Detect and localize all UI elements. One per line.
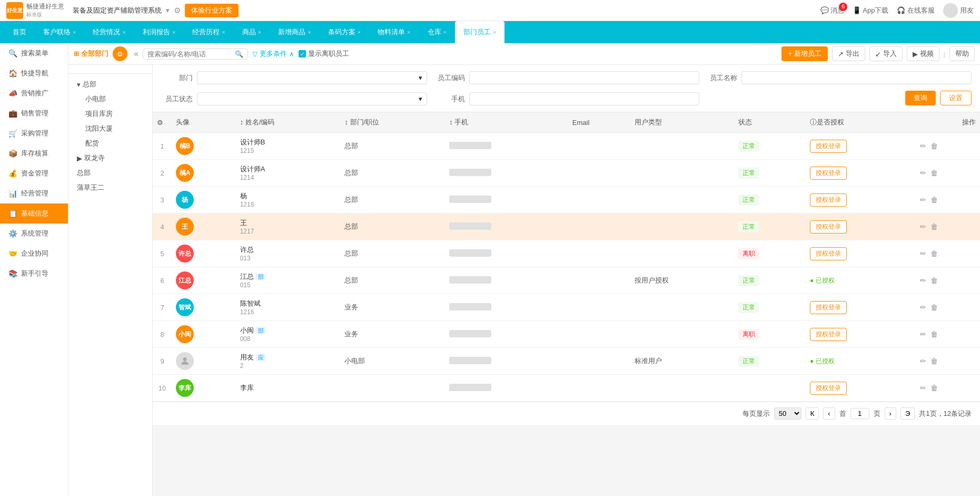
delete-icon[interactable]: 🗑 <box>930 222 938 231</box>
edit-icon[interactable]: ✏ <box>920 142 926 150</box>
close-icon[interactable]: × <box>258 29 261 35</box>
dept-item-shenyang[interactable]: 沈阳大厦 <box>77 121 152 136</box>
edit-icon[interactable]: ✏ <box>920 384 926 392</box>
delete-icon[interactable]: 🗑 <box>930 276 938 285</box>
employee-search-input[interactable] <box>147 50 235 58</box>
auth-login-button[interactable]: 授权登录 <box>810 167 847 180</box>
more-conditions[interactable]: ▽ 更多条件 ∧ <box>252 49 294 59</box>
sidebar-item-inventory[interactable]: 📦 库存核算 <box>0 143 68 163</box>
sidebar-item-sales[interactable]: 💼 销售管理 <box>0 103 68 123</box>
auth-login-button[interactable]: 授权登录 <box>810 193 847 207</box>
add-employee-button[interactable]: + 新增员工 <box>781 46 827 61</box>
dept-item-peihuo[interactable]: 配货 <box>77 136 152 151</box>
tab-add-product[interactable]: 新增商品 × <box>270 21 319 43</box>
tab-bom[interactable]: 物料清单 × <box>369 21 419 43</box>
help-button[interactable]: 帮助 <box>949 46 975 61</box>
close-icon[interactable]: × <box>407 29 410 35</box>
message-icon[interactable]: 💬 消息 6 <box>820 6 845 15</box>
tab-profit[interactable]: 利润报告 × <box>134 21 184 43</box>
filter-dept-select[interactable]: ▾ <box>197 71 427 84</box>
delete-icon[interactable]: 🗑 <box>930 303 938 312</box>
tab-products[interactable]: 商品 × <box>234 21 270 43</box>
edit-icon[interactable]: ✏ <box>920 196 926 204</box>
edit-icon[interactable]: ✏ <box>920 169 926 177</box>
dept-item-xiaodibu[interactable]: 小电部 <box>77 92 152 106</box>
query-button[interactable]: 查询 <box>905 91 936 105</box>
set-button[interactable]: 设置 <box>940 91 972 105</box>
tab-home[interactable]: 首页 <box>4 21 35 43</box>
next-page-button[interactable]: › <box>885 407 896 420</box>
edit-icon[interactable]: ✏ <box>920 330 926 338</box>
tab-operations[interactable]: 经营情况 × <box>84 21 134 43</box>
online-service[interactable]: 🎧 在线客服 <box>897 6 935 15</box>
close-icon[interactable]: × <box>172 29 175 35</box>
auth-login-button[interactable]: 授权登录 <box>810 247 847 260</box>
sidebar-item-basic[interactable]: 📋 基础信息 <box>0 203 68 223</box>
delete-icon[interactable]: 🗑 <box>930 330 938 338</box>
delete-icon[interactable]: 🗑 <box>930 196 938 204</box>
sidebar-item-operations[interactable]: 📊 经营管理 <box>0 183 68 203</box>
edit-icon[interactable]: ✏ <box>920 276 926 285</box>
trial-button[interactable]: 体验行业方案 <box>185 4 239 17</box>
sidebar-item-search[interactable]: 🔍 搜索菜单 <box>0 43 68 63</box>
dept-settings-icon[interactable]: ⚙ <box>113 46 127 61</box>
auth-login-button[interactable]: 授权登录 <box>810 301 847 314</box>
edit-icon[interactable]: ✏ <box>920 222 926 231</box>
filter-status-select[interactable]: ▾ <box>197 92 427 105</box>
filter-code-input[interactable] <box>469 71 699 84</box>
per-page-select[interactable]: 50 20 100 <box>774 407 801 420</box>
dropdown-icon[interactable]: ▾ <box>166 6 170 14</box>
dept-item-xiangmuku[interactable]: 项目库房 <box>77 106 152 121</box>
dept-item-zongbu2[interactable]: 总部 <box>68 166 152 180</box>
tab-history[interactable]: 经营历程 × <box>184 21 233 43</box>
close-icon[interactable]: × <box>443 29 447 35</box>
prev-page-button[interactable]: ‹ <box>823 407 835 420</box>
close-icon[interactable]: × <box>493 29 496 35</box>
show-departed-wrap[interactable]: ✓ 显示离职员工 <box>299 49 349 59</box>
edit-icon[interactable]: ✏ <box>920 249 926 258</box>
close-icon[interactable]: × <box>122 29 125 35</box>
dept-item-pucao[interactable]: 蒲草王二 <box>68 180 152 195</box>
last-page-button[interactable]: Э <box>900 407 915 420</box>
delete-icon[interactable]: 🗑 <box>930 169 938 177</box>
tab-barcode[interactable]: 条码方案 × <box>320 21 369 43</box>
close-icon[interactable]: × <box>73 29 76 35</box>
delete-icon[interactable]: 🗑 <box>930 142 938 150</box>
filter-name-input[interactable] <box>741 71 972 84</box>
tab-warehouse[interactable]: 仓库 × <box>419 21 455 43</box>
close-icon[interactable]: × <box>308 29 311 35</box>
dept-item-zongbu-parent[interactable]: ▾ 总部 <box>68 77 152 92</box>
first-page-button[interactable]: К <box>806 407 819 420</box>
sidebar-item-marketing[interactable]: 📣 营销推广 <box>0 83 68 103</box>
col-name-code[interactable]: ↕ 姓名/编码 <box>236 112 341 133</box>
close-icon[interactable]: × <box>358 29 361 35</box>
filter-phone-input[interactable] <box>469 92 699 105</box>
sidebar-item-collab[interactable]: 🤝 企业协同 <box>0 244 68 264</box>
sidebar-item-finance[interactable]: 💰 资金管理 <box>0 163 68 183</box>
collapse-icon[interactable]: « <box>134 49 138 59</box>
view-button[interactable]: ▶ 视频 <box>907 46 939 61</box>
sidebar-item-quicknav[interactable]: 🏠 快捷导航 <box>0 63 68 83</box>
tab-employees[interactable]: 部门员工 × <box>455 21 504 43</box>
dept-item-shuanglongsi[interactable]: ▶ 双龙寺 <box>68 151 152 166</box>
close-icon[interactable]: × <box>222 29 225 35</box>
page-number-input[interactable] <box>850 408 869 419</box>
edit-icon[interactable]: ✏ <box>920 357 926 365</box>
col-phone[interactable]: ↕ 手机 <box>445 112 568 133</box>
col-dept-pos[interactable]: ↕ 部门/职位 <box>340 112 445 133</box>
sidebar-item-system[interactable]: ⚙️ 系统管理 <box>0 223 68 244</box>
sidebar-item-purchase[interactable]: 🛒 采购管理 <box>0 123 68 143</box>
export-button[interactable]: ↗ 导出 <box>832 46 865 61</box>
edit-icon[interactable]: ✏ <box>920 303 926 312</box>
auth-login-button[interactable]: 授权登录 <box>810 220 847 234</box>
delete-icon[interactable]: 🗑 <box>930 249 938 258</box>
user-avatar[interactable]: 用友 <box>943 3 974 18</box>
delete-icon[interactable]: 🗑 <box>930 384 938 392</box>
auth-login-button[interactable]: 授权登录 <box>810 382 847 395</box>
sidebar-item-guide[interactable]: 📚 新手引导 <box>0 264 68 284</box>
app-download[interactable]: 📱 App下载 <box>853 6 888 15</box>
tab-customer[interactable]: 客户联络 × <box>35 21 84 43</box>
settings-icon[interactable]: ⚙ <box>174 6 181 15</box>
auth-login-button[interactable]: 授权登录 <box>810 140 847 153</box>
auth-login-button[interactable]: 授权登录 <box>810 328 847 341</box>
